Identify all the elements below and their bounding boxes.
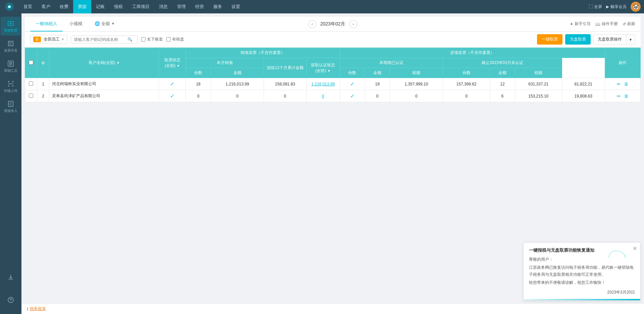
sidebar-item-invoice-open[interactable]: 发票开具	[1, 37, 21, 56]
play-icon: ▶	[606, 4, 609, 9]
app-logo	[3, 1, 15, 13]
one-click-fetch-btn[interactable]: 一键取票	[537, 34, 562, 45]
nav-customer[interactable]: 客户	[37, 0, 55, 13]
employee-select[interactable]: 全 全部员工 ▼	[30, 35, 67, 44]
customer-name: 灵寿县尚泽矿产品有限公司	[49, 90, 159, 102]
sidebar-item-invoice-summary[interactable]: 票据汇总	[1, 57, 21, 76]
uncert-tax-header: 税额	[515, 68, 562, 78]
no-disk-ops-btn[interactable]: 无盘取票操作	[593, 34, 626, 45]
nav-biz[interactable]: 工商项目	[127, 0, 154, 13]
no-disk-fetch-btn[interactable]: 无盘取票	[565, 34, 591, 45]
row-actions: ✏ 🗎	[605, 90, 640, 102]
bottom-bar: ℹ 税务政策	[21, 303, 644, 314]
row-checkbox[interactable]	[29, 93, 33, 98]
sales-qty: 18	[186, 78, 211, 90]
purch-cert-status: ✓	[340, 90, 365, 102]
manual-btn[interactable]: 📖 操作手册	[595, 21, 618, 27]
sidebar-download[interactable]	[1, 268, 21, 287]
employee-label: 全部员工	[44, 37, 60, 42]
view-icon[interactable]: 🗎	[624, 93, 629, 99]
tab-all[interactable]: 🌐 全能 ▼	[89, 17, 120, 32]
filter-icon3[interactable]: ▼	[327, 69, 331, 73]
smart-icon	[7, 20, 14, 27]
current-date: 2023年02月	[320, 21, 345, 27]
table-row: 2 灵寿县尚泽矿产品有限公司 ✓ 0 0 0 0 ✓ 0 0 0 6 153,2…	[25, 90, 641, 102]
purch-tax: 157,399.62	[443, 78, 490, 90]
toolbar-right: 一键取票 无盘取票 无盘取票操作 ▼	[537, 34, 635, 45]
sales-amount: 1,216,013.99	[211, 78, 264, 90]
uncert-qty-header: 份数	[443, 68, 490, 78]
nav-operation[interactable]: 经营	[191, 0, 209, 13]
purch-amount: 0	[390, 90, 443, 102]
search-icon[interactable]: 🔍	[127, 37, 132, 42]
sales-amount: 0	[211, 90, 264, 102]
search-input[interactable]	[74, 37, 127, 42]
top-nav: 首页 客户 收费 票据 记账 报税 工商项目 消息 管理 经营 服务 设置 ⛶ …	[0, 0, 644, 13]
globe-icon: 🌐	[95, 21, 100, 26]
cum-link[interactable]: 0	[322, 94, 324, 99]
edit-icon[interactable]: ✏	[617, 93, 621, 99]
own-accounts-checkbox[interactable]	[141, 37, 146, 42]
guide-btn[interactable]: ✦ 新手引导	[570, 21, 591, 27]
nav-bookkeeping[interactable]: 记账	[91, 0, 109, 13]
refresh-btn[interactable]: ↺ 刷新	[623, 21, 635, 27]
filter-icon2[interactable]: ▼	[177, 64, 180, 68]
cum-link[interactable]: 1,216,013.99	[311, 82, 335, 86]
sales-cum: 1,216,013.99	[306, 78, 340, 90]
nav-tax[interactable]: 报税	[109, 0, 127, 13]
next-month-btn[interactable]: ›	[349, 20, 357, 28]
nav-home[interactable]: 首页	[19, 0, 37, 13]
sales-qty: 0	[186, 90, 211, 102]
fullscreen-btn[interactable]: ⛶ 全屏	[589, 4, 602, 10]
nav-settings[interactable]: 设置	[227, 0, 245, 13]
tab-general-taxpayer[interactable]: 一般纳税人	[30, 17, 63, 32]
tab-nav-center: ‹ 2023年02月 ›	[308, 20, 358, 28]
download-icon	[7, 273, 14, 281]
nav-service[interactable]: 服务	[209, 0, 227, 13]
avatar[interactable]: 🐼	[631, 2, 641, 12]
sidebar-help[interactable]	[1, 291, 21, 309]
tab-bar-tabs: 一般纳税人 小规模 🌐 全能 ▼	[30, 17, 121, 32]
actions-header: 操作	[605, 48, 640, 78]
settings-icon[interactable]: ⚙	[41, 61, 45, 65]
row-checkbox[interactable]	[29, 81, 33, 86]
current-period-cert-header: 本期期已认证	[340, 58, 443, 68]
checkbox-has-disk[interactable]: 有税盘	[166, 37, 184, 42]
settings-header: ⚙	[37, 48, 49, 78]
tab-right-actions: ✦ 新手引导 📖 操作手册 ↺ 刷新	[570, 21, 635, 27]
scan-upload-icon	[7, 80, 14, 87]
sidebar: 智能取票 发票开具 票据汇总 扫描上传	[0, 13, 21, 314]
nav-invoice[interactable]: 票据	[73, 0, 91, 13]
tab-small-scale[interactable]: 小规模	[64, 17, 88, 32]
sidebar-item-data-entry[interactable]: 票据录入	[1, 97, 21, 116]
data-entry-icon	[7, 100, 14, 108]
select-all-header	[25, 48, 37, 78]
has-disk-checkbox[interactable]	[166, 37, 171, 42]
select-all-checkbox[interactable]	[29, 60, 33, 65]
row-number: 2	[37, 90, 49, 102]
sales-tax: 158,081.83	[264, 78, 306, 90]
notification-close-btn[interactable]: ✕	[633, 245, 637, 252]
uncert-amount-header: 金额	[490, 68, 515, 78]
view-icon[interactable]: 🗎	[624, 81, 629, 87]
uncert-header: 截止2023年03月未认证	[443, 58, 562, 68]
nav-fee[interactable]: 收费	[55, 0, 73, 13]
member-btn[interactable]: ▶ 畅享会员	[606, 4, 627, 10]
edit-icon[interactable]: ✏	[617, 81, 621, 87]
filter-icon[interactable]: ▼	[116, 61, 120, 65]
purch-amount-header: 金额	[365, 68, 390, 78]
search-box[interactable]: 🔍	[71, 36, 138, 44]
sidebar-item-smart-fetch[interactable]: 智能取票	[1, 17, 21, 36]
checkbox-own-accounts[interactable]: 名下账套	[141, 37, 163, 42]
no-disk-ops-dropdown-btn[interactable]: ▼	[626, 35, 635, 44]
check-icon: ✓	[170, 81, 174, 87]
info-icon: ℹ	[27, 307, 29, 311]
prev-month-btn[interactable]: ‹	[308, 20, 316, 28]
purch-amount: 1,357,999.10	[390, 78, 443, 90]
nav-message[interactable]: 消息	[154, 0, 172, 13]
employee-tag: 全	[33, 37, 41, 42]
cum-12-header: 连续12个月累计金额	[264, 58, 306, 78]
customer-name: 河北柯瑞柃实业有限公司	[49, 78, 159, 90]
nav-manage[interactable]: 管理	[172, 0, 191, 13]
sidebar-item-scan-upload[interactable]: 扫描上传	[1, 77, 21, 96]
